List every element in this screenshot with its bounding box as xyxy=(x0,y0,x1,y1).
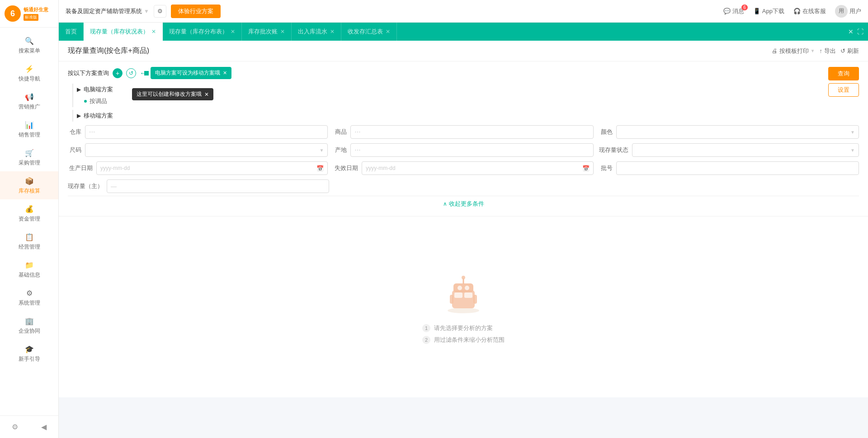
top-header: 装备及固定资产辅助管理系统 ▼ ⚙ 体验行业方案 💬 消息 6 📱 App下载 … xyxy=(59,0,868,23)
stock-status-select[interactable]: ▼ xyxy=(632,143,859,157)
sidebar-item-purchase[interactable]: 🛒 采购管理 xyxy=(0,143,58,171)
export-btn[interactable]: ↑ 导出 xyxy=(820,47,836,55)
calendar-icon-mfg: 📅 xyxy=(316,165,324,172)
settings-icon-btn[interactable]: ⚙ xyxy=(154,5,166,18)
tooltip-pc-close[interactable]: ✕ xyxy=(223,70,227,76)
filter-section: 按以下方案查询 + ↺ ← 电脑方案可设为移动方案哦 ✕ xyxy=(59,61,868,122)
logo-icon: 6 xyxy=(5,5,21,22)
field-mfg-date: 生产日期 yyyy-mm-dd 📅 xyxy=(68,161,328,175)
sidebar-item-finance[interactable]: 💰 资金管理 xyxy=(0,199,58,227)
tab-inout-flow[interactable]: 出入库流水 ✕ xyxy=(292,23,341,41)
mfg-date-input[interactable]: yyyy-mm-dd 📅 xyxy=(96,161,328,175)
tab-inventory-status[interactable]: 现存量（库存状况表） ✕ xyxy=(84,23,163,41)
size-chevron-icon: ▼ xyxy=(319,148,324,153)
pc-tooltip-wrapper: 电脑方案可设为移动方案哦 ✕ xyxy=(151,67,231,79)
mobile-scheme-group: ▶ 移动端方案 xyxy=(72,110,859,122)
tab-maximize-btn[interactable]: ⛶ xyxy=(857,28,863,35)
refresh-btn[interactable]: ↺ 刷新 xyxy=(840,47,859,55)
sidebar-item-quick-nav[interactable]: ⚡ 快捷导航 xyxy=(0,59,58,87)
header-left: 装备及固定资产辅助管理系统 ▼ ⚙ 体验行业方案 xyxy=(66,5,221,18)
svg-rect-5 xyxy=(473,295,477,304)
batch-input[interactable] xyxy=(616,161,859,175)
svg-rect-2 xyxy=(454,292,462,298)
sidebar-item-marketing[interactable]: 📢 营销推广 xyxy=(0,87,58,115)
logo-text: 畅通好生意 标准版 xyxy=(24,6,48,21)
close-tab-inventory-dist[interactable]: ✕ xyxy=(231,28,235,35)
refresh-scheme-btn[interactable]: ↺ xyxy=(126,68,136,78)
empty-state: 1 请先选择要分析的方案 2 用过滤条件来缩小分析范围 xyxy=(59,217,868,397)
online-service-btn[interactable]: 🎧 在线客服 xyxy=(793,7,826,15)
sidebar-item-inventory[interactable]: 📦 库存核算 xyxy=(0,171,58,199)
quick-nav-icon: ⚡ xyxy=(24,64,34,74)
tab-inventory-dist[interactable]: 现存量（库存分布表） ✕ xyxy=(163,23,242,41)
close-tab-receive-summary[interactable]: ✕ xyxy=(386,28,390,35)
warehouse-select[interactable]: ··· xyxy=(85,125,328,139)
collapse-bar[interactable]: ∧ 收起更多条件 xyxy=(68,196,859,212)
tab-home[interactable]: 首页 xyxy=(59,23,84,41)
tooltip-scheme: 这里可以创建和修改方案哦 ✕ xyxy=(132,88,213,100)
filter-label: 按以下方案查询 xyxy=(68,69,109,77)
print-icon: 🖨 xyxy=(772,47,778,54)
svg-point-10 xyxy=(462,276,465,279)
sidebar-settings-btn[interactable]: ⚙ xyxy=(9,420,20,433)
add-scheme-btn[interactable]: + xyxy=(113,68,123,78)
page-header: 现存量查询(按仓库+商品) 🖨 按模板打印 ▼ ↑ 导出 ↺ 刷新 xyxy=(59,41,868,61)
search-btn[interactable]: 查询 xyxy=(828,67,859,80)
sidebar-item-guide[interactable]: 🎓 新手引导 xyxy=(0,339,58,367)
sidebar: 6 畅通好生意 标准版 🔍 搜索菜单 ⚡ 快捷导航 📢 营销推广 📊 销售管理 … xyxy=(0,0,59,438)
tab-bar: 首页 现存量（库存状况表） ✕ 现存量（库存分布表） ✕ 库存批次账 ✕ 出入库… xyxy=(59,23,868,41)
user-area[interactable]: 用 用户 xyxy=(835,5,861,18)
refresh-icon: ↺ xyxy=(840,47,845,54)
origin-select[interactable]: ··· xyxy=(350,143,593,157)
tab-receive-summary[interactable]: 收发存汇总表 ✕ xyxy=(341,23,397,41)
empty-hint-2: 2 用过滤条件来缩小分析范围 xyxy=(422,336,505,344)
tab-bar-end: ✕ ⛶ xyxy=(848,28,868,35)
guide-icon: 🎓 xyxy=(24,344,34,354)
pc-scheme-group: ▶ 电脑端方案 按调品 这里可以创建和修改方案哦 ✕ xyxy=(72,84,859,107)
close-tab-batch-account[interactable]: ✕ xyxy=(280,28,285,35)
logo-area: 6 畅通好生意 标准版 xyxy=(0,0,58,28)
sidebar-item-system[interactable]: ⚙ 系统管理 xyxy=(0,283,58,311)
tab-batch-account[interactable]: 库存批次账 ✕ xyxy=(242,23,292,41)
system-name-dropdown[interactable]: 装备及固定资产辅助管理系统 ▼ xyxy=(66,7,149,15)
empty-illustration xyxy=(441,270,486,315)
color-select[interactable]: ▼ xyxy=(616,125,859,139)
sidebar-nav: 🔍 搜索菜单 ⚡ 快捷导航 📢 营销推广 📊 销售管理 🛒 采购管理 📦 库存核… xyxy=(0,28,58,415)
tab-close-all-btn[interactable]: ✕ xyxy=(848,28,854,35)
service-icon: 🎧 xyxy=(793,8,801,14)
sidebar-item-operation[interactable]: 📋 经营管理 xyxy=(0,227,58,255)
message-btn[interactable]: 💬 消息 6 xyxy=(723,7,744,15)
field-warehouse: 仓库 ··· xyxy=(68,125,328,139)
purchase-icon: 🛒 xyxy=(24,148,34,158)
stock-status-chevron-icon: ▼ xyxy=(850,148,855,153)
collapse-arrow-icon: ∧ xyxy=(443,201,447,207)
exp-date-input[interactable]: yyyy-mm-dd 📅 xyxy=(362,161,593,175)
print-btn[interactable]: 🖨 按模板打印 ▼ xyxy=(772,47,815,55)
mobile-scheme-header[interactable]: ▶ 移动端方案 xyxy=(77,110,859,122)
header-right: 💬 消息 6 📱 App下载 🎧 在线客服 用 用户 xyxy=(723,5,861,18)
sidebar-item-enterprise[interactable]: 🏢 企业协同 xyxy=(0,311,58,339)
calendar-icon-exp: 📅 xyxy=(582,165,590,172)
filter-row-2: 尺码 ▼ 产地 ··· 现存量状态 ▼ xyxy=(68,143,859,157)
message-icon: 💬 xyxy=(723,8,731,14)
svg-rect-4 xyxy=(450,295,453,304)
size-select[interactable]: ▼ xyxy=(85,143,328,157)
tooltip-scheme-close[interactable]: ✕ xyxy=(204,91,209,98)
try-industry-btn[interactable]: 体验行业方案 xyxy=(171,5,221,18)
sidebar-item-basic[interactable]: 📁 基础信息 xyxy=(0,255,58,283)
sidebar-item-sales[interactable]: 📊 销售管理 xyxy=(0,115,58,143)
stock-qty-input[interactable]: — xyxy=(107,179,329,193)
app-download-btn[interactable]: 📱 App下载 xyxy=(753,7,784,15)
close-tab-inout-flow[interactable]: ✕ xyxy=(330,28,335,35)
dot-connector xyxy=(144,71,149,75)
finance-icon: 💰 xyxy=(24,204,34,214)
field-batch: 批号 xyxy=(599,161,859,175)
user-avatar: 用 xyxy=(835,5,848,18)
close-tab-inventory-status[interactable]: ✕ xyxy=(151,28,156,35)
sidebar-collapse-btn[interactable]: ◀ xyxy=(39,420,49,433)
mobile-scheme-arrow: ▶ xyxy=(77,113,81,119)
filter-fields: 仓库 ··· 商品 ··· 颜色 ▼ xyxy=(59,125,868,217)
empty-hints: 1 请先选择要分析的方案 2 用过滤条件来缩小分析范围 xyxy=(422,324,505,344)
product-select[interactable]: ··· xyxy=(350,125,593,139)
sidebar-item-search-menu[interactable]: 🔍 搜索菜单 xyxy=(0,31,58,59)
